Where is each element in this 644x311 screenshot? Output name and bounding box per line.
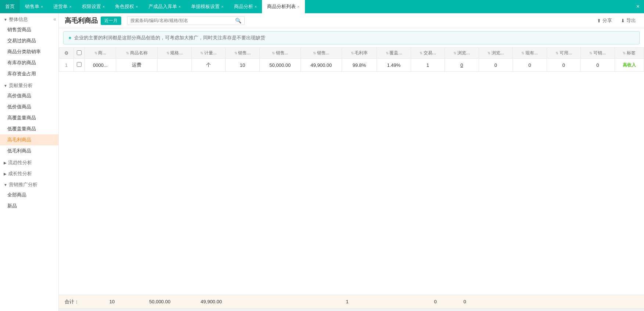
sidebar-item-high-coverage[interactable]: 高覆盖量商品	[0, 112, 58, 123]
row-unit: 个	[191, 59, 225, 72]
nav-close-product-inbound[interactable]: ×	[179, 4, 181, 9]
sidebar-item-traded-goods[interactable]: 交易过的商品	[0, 35, 58, 46]
sidebar-item-high-margin[interactable]: 高毛利商品	[0, 134, 58, 145]
nav-item-analysis[interactable]: 商品分析 ×	[229, 0, 262, 13]
th-sale-profit[interactable]: 销售...	[301, 48, 342, 59]
nav-close-sales[interactable]: ×	[41, 4, 43, 9]
sidebar-collapse-button[interactable]: «	[53, 16, 56, 22]
arrow-trend: ▶	[4, 161, 7, 165]
sidebar-item-high-value[interactable]: 高价值商品	[0, 90, 58, 101]
row-code: 0000...	[85, 59, 116, 72]
th-tx-count[interactable]: 交易...	[411, 48, 445, 59]
info-banner: ✦ 企业的主要的利润都是这部分商品创造的，可考虑加大推广，同时关注库存是不要出现…	[63, 31, 640, 44]
footer-sale-profit: 49,900.00	[186, 299, 237, 304]
row-browse2: 0	[479, 59, 512, 72]
row-tx-count: 1	[411, 59, 445, 72]
row-checkbox[interactable]	[77, 62, 82, 67]
footer-label: 合计：	[65, 299, 79, 305]
export-icon: ⬇	[621, 18, 625, 23]
content-header: 高毛利商品 近一月 🔍 ⬆ 分享 ⬇ 导出	[59, 13, 644, 28]
footer-spacer	[237, 299, 332, 304]
sidebar-group-trend[interactable]: ▶ 流趋性分析	[0, 156, 58, 167]
sidebar-item-new-goods[interactable]: 新品	[0, 200, 58, 211]
sidebar-item-stock-fund[interactable]: 库存资金占用	[0, 68, 58, 79]
footer-spacer2	[362, 299, 421, 304]
nav-item-home[interactable]: 首页	[0, 0, 20, 13]
row-saleable-stock: 0	[581, 59, 615, 72]
nav-close-analysis[interactable]: ×	[255, 4, 257, 9]
row-tag: 高收入	[615, 59, 644, 72]
table-wrap: ⚙ 商... 商品名称 规格... 计量... 销售... 销售... 销售..…	[59, 47, 644, 295]
arrow-marketing: ▼	[4, 183, 7, 187]
share-icon: ⬆	[597, 18, 601, 23]
th-saleable-stock[interactable]: 可销...	[581, 48, 615, 59]
th-avail-stock[interactable]: 可用...	[547, 48, 580, 59]
close-all-button[interactable]: ×	[632, 3, 644, 10]
th-coverage[interactable]: 覆盖...	[377, 48, 411, 59]
th-browse1[interactable]: 浏览...	[445, 48, 479, 59]
nav-close-purchase[interactable]: ×	[69, 4, 71, 9]
th-spec[interactable]: 规格...	[158, 48, 191, 59]
row-coverage: 1.49%	[377, 59, 411, 72]
th-unit[interactable]: 计量...	[191, 48, 225, 59]
footer-current-stock: 0	[421, 299, 450, 304]
search-input[interactable]	[130, 18, 234, 23]
footer-cells: 10 50,000.00 49,900.00 1 0 0	[90, 299, 638, 304]
nav-close-permission[interactable]: ×	[102, 4, 105, 9]
nav-item-product-inbound[interactable]: 产成品入库单 ×	[143, 0, 186, 13]
th-sale-amt[interactable]: 销售...	[259, 48, 301, 59]
row-avail-stock: 0	[547, 59, 580, 72]
th-gross-rate[interactable]: 毛利率	[342, 48, 377, 59]
sidebar-group-marketing[interactable]: ▼ 营销推广分析	[0, 178, 58, 189]
data-table: ⚙ 商... 商品名称 规格... 计量... 销售... 销售... 销售..…	[59, 47, 644, 72]
sidebar-item-in-stock[interactable]: 有库存的商品	[0, 57, 58, 68]
row-sale-profit: 49,900.00	[301, 59, 342, 72]
arrow-growth: ▶	[4, 172, 7, 176]
th-name[interactable]: 商品名称	[116, 48, 157, 59]
row-gross-rate: 99.8%	[342, 59, 377, 72]
nav-close-analysis-list[interactable]: ×	[297, 4, 299, 9]
row-checkbox-cell	[74, 59, 85, 72]
select-all-checkbox[interactable]	[77, 50, 82, 55]
footer-sale-amt: 50,000.00	[134, 299, 186, 304]
sidebar-group-overall[interactable]: ▼ 整体信息	[0, 13, 58, 24]
sidebar-item-low-coverage[interactable]: 低覆盖量商品	[0, 123, 58, 134]
nav-item-role[interactable]: 角色授权 ×	[110, 0, 143, 13]
nav-item-template[interactable]: 单据模板设置 ×	[186, 0, 229, 13]
nav-item-purchase[interactable]: 进货单 ×	[48, 0, 76, 13]
sidebar-item-low-margin[interactable]: 低毛利商品	[0, 145, 58, 156]
horizontal-scrollbar[interactable]	[59, 308, 644, 311]
th-sale-qty[interactable]: 销售...	[226, 48, 259, 59]
filter-month-button[interactable]: 近一月	[101, 17, 121, 25]
sidebar-group-growth[interactable]: ▶ 成长性分析	[0, 167, 58, 178]
nav-item-sales[interactable]: 销售单 ×	[20, 0, 48, 13]
sidebar-group-contribution[interactable]: ▼ 贡献量分析	[0, 79, 58, 90]
nav-item-analysis-list[interactable]: 商品分析列表 ×	[262, 0, 305, 13]
sidebar-item-all-goods[interactable]: 全部商品	[0, 189, 58, 200]
content-area: 高毛利商品 近一月 🔍 ⬆ 分享 ⬇ 导出 ✦ 企业的主要的利润都是这部分商品创…	[59, 13, 644, 311]
th-code[interactable]: 商...	[85, 48, 116, 59]
row-sale-amt: 50,000.00	[259, 59, 301, 72]
export-button[interactable]: ⬇ 导出	[619, 16, 638, 25]
nav-item-permission[interactable]: 权限设置 ×	[77, 0, 110, 13]
sidebar-item-category-rate[interactable]: 商品分类助销率	[0, 46, 58, 57]
search-wrap: 🔍	[127, 16, 245, 25]
page-title: 高毛利商品	[65, 16, 98, 25]
search-icon[interactable]: 🔍	[235, 18, 241, 23]
sidebar-item-sale-goods[interactable]: 销售货商品	[0, 24, 58, 35]
th-settings[interactable]: ⚙	[59, 48, 74, 59]
sidebar-item-low-value[interactable]: 低价值商品	[0, 101, 58, 112]
footer-total: 合计： 10 50,000.00 49,900.00 1 0 0	[59, 295, 644, 308]
footer-tx-count: 1	[332, 299, 362, 304]
settings-icon[interactable]: ⚙	[64, 50, 69, 56]
th-tag[interactable]: 标签	[615, 48, 644, 59]
th-current-stock[interactable]: 现有...	[513, 48, 547, 59]
row-browse1[interactable]: 0	[445, 59, 479, 72]
th-browse2[interactable]: 浏览...	[479, 48, 512, 59]
footer-sale-qty: 10	[90, 299, 134, 304]
share-button[interactable]: ⬆ 分享	[595, 16, 614, 25]
nav-close-template[interactable]: ×	[221, 4, 223, 9]
row-current-stock: 0	[513, 59, 547, 72]
nav-close-role[interactable]: ×	[136, 4, 138, 9]
arrow-contribution: ▼	[4, 84, 7, 88]
